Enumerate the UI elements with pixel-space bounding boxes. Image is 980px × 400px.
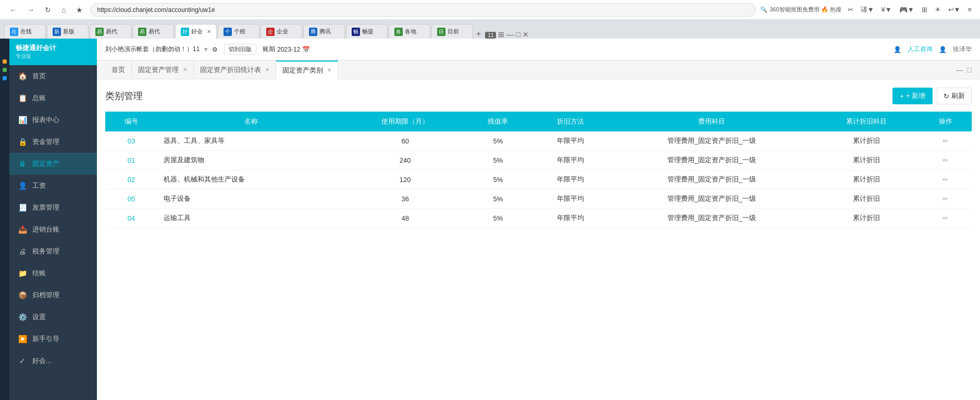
table-header-row: 编号 名称 使用期限（月） 残值率 折旧方法 费用科目 累计折旧科目 操作	[105, 112, 972, 131]
bookmark-button[interactable]: ★	[73, 5, 86, 15]
sidebar-item-checkout[interactable]: 📁 结账	[9, 262, 97, 284]
address-input[interactable]	[90, 3, 756, 17]
guide-icon: ▶️	[18, 335, 27, 343]
switch-version-button[interactable]: 切到旧版	[224, 44, 256, 55]
sidebar-item-more[interactable]: ✓ 好会...	[9, 350, 97, 372]
cell-residual-3: 5%	[465, 189, 531, 209]
col-header-action: 操作	[920, 112, 972, 131]
minimize-icon[interactable]: —	[506, 30, 514, 39]
scissors-icon[interactable]: ✂	[846, 5, 855, 15]
sidebar-item-ledger[interactable]: 📋 总账	[9, 87, 97, 109]
cell-action-1[interactable]: ✏	[920, 151, 972, 170]
edit-icon-2[interactable]: ✏	[942, 176, 948, 184]
menu-icon[interactable]: ≡	[965, 5, 974, 15]
tab-icon-new: 新	[53, 28, 61, 36]
window-minimize-button[interactable]: —	[956, 66, 963, 74]
currency-icon[interactable]: ¥▼	[879, 5, 894, 15]
back-button[interactable]: ←	[6, 5, 20, 15]
sidebar-item-archive[interactable]: 📦 归档管理	[9, 284, 97, 306]
edge-dot-1[interactable]	[3, 59, 7, 64]
undo-icon[interactable]: ↩▼	[946, 5, 963, 15]
sidebar-item-report[interactable]: 📊 报表中心	[9, 109, 97, 131]
maximize-icon[interactable]: □	[516, 30, 520, 39]
sidebar-item-settings[interactable]: ⚙️ 设置	[9, 306, 97, 328]
tab-label-gedi: 各地	[405, 28, 416, 35]
edit-icon-4[interactable]: ✏	[942, 214, 948, 222]
browser-tab-qiye[interactable]: 企 企业	[260, 24, 302, 39]
home-button[interactable]: ⌂	[58, 5, 69, 15]
edit-icon-0[interactable]: ✏	[942, 137, 948, 145]
browser-tab-gedi[interactable]: 各 各地	[389, 24, 430, 39]
consultant-label[interactable]: 人工咨询	[908, 45, 933, 54]
sidebar-label-wage: 工资	[32, 181, 46, 190]
browser-tab-yidai2[interactable]: 易 易代	[132, 24, 174, 39]
cell-action-3[interactable]: ✏	[920, 189, 972, 209]
cell-code-1[interactable]: 01	[105, 151, 157, 170]
page-tab-fixed-depr-close[interactable]: ✕	[265, 67, 269, 72]
browser-tab-online[interactable]: 在 在线	[4, 24, 46, 39]
browser-tab-new[interactable]: 新 新版	[47, 24, 89, 39]
col-header-expense: 费用科目	[610, 112, 813, 131]
refresh-button[interactable]: ↻	[42, 5, 54, 15]
browser-chrome: 在 在线 新 新版 易 易代 易 易代 好 好会 ✕ 个 个税 企 企业 腾	[0, 20, 980, 39]
tab-close-haohuiji[interactable]: ✕	[207, 29, 211, 34]
calendar-icon: 📅	[302, 46, 310, 53]
cell-method-0: 年限平均	[531, 131, 610, 151]
search-placeholder: 360智能抠图免费用 🔥 热搜	[770, 6, 841, 14]
translate-icon[interactable]: 译▼	[859, 4, 876, 16]
col-header-method: 折旧方法	[531, 112, 610, 131]
cell-code-4[interactable]: 04	[105, 209, 157, 228]
cell-expense-2: 管理费用_固定资产折旧_一级	[610, 170, 813, 189]
browser-tab-yidai1[interactable]: 易 易代	[90, 24, 131, 39]
period-value: 2023-12	[277, 46, 300, 53]
window-close-icon[interactable]: ✕	[523, 30, 529, 39]
forward-button[interactable]: →	[24, 5, 38, 15]
add-category-button[interactable]: + + 新增	[892, 88, 933, 104]
grid-icon[interactable]: ⊞	[920, 5, 929, 15]
tab-label-haohuiji: 好会	[191, 28, 203, 35]
cell-code-2[interactable]: 02	[105, 170, 157, 189]
browser-tab-tengxun[interactable]: 腾 腾讯	[303, 24, 345, 39]
browser-tab-geshuii[interactable]: 个 个税	[218, 24, 259, 39]
sidebar-item-fund[interactable]: 🔒 资金管理	[9, 131, 97, 153]
cell-action-4[interactable]: ✏	[920, 209, 972, 228]
edit-icon-3[interactable]: ✏	[942, 195, 948, 203]
cell-action-2[interactable]: ✏	[920, 170, 972, 189]
page-tab-fixed-mgmt[interactable]: 固定资产管理 ✕	[132, 60, 194, 79]
browser-tab-haohuiji[interactable]: 好 好会 ✕	[175, 24, 217, 39]
cell-method-2: 年限平均	[531, 170, 610, 189]
sidebar-item-fixed[interactable]: 🖥 固定资产	[9, 153, 97, 175]
cell-code-3[interactable]: 05	[105, 189, 157, 209]
browser-tab-changtai[interactable]: 畅 畅提	[346, 24, 388, 39]
sidebar-item-invoice[interactable]: 🧾 发票管理	[9, 197, 97, 219]
tab-list-icon[interactable]: ⊞	[498, 30, 504, 39]
page-tab-home[interactable]: 首页	[105, 60, 132, 79]
sidebar-item-tax[interactable]: 🖨 税务管理	[9, 240, 97, 262]
sidebar-logo-sub: 专业版	[16, 53, 56, 60]
invoice-icon: 🧾	[18, 203, 27, 212]
sidebar-item-guide[interactable]: ▶️ 新手引导	[9, 328, 97, 350]
game-icon[interactable]: 🎮▼	[897, 5, 916, 15]
window-maximize-button[interactable]: □	[967, 66, 972, 74]
page-actions: + + 新增 ↻ 刷新	[892, 88, 972, 104]
edge-dot-2[interactable]	[3, 68, 7, 72]
cell-accum-4: 累计折旧	[813, 209, 920, 228]
page-tab-fixed-mgmt-close[interactable]: ✕	[183, 67, 187, 72]
cell-accum-2: 累计折旧	[813, 170, 920, 189]
sidebar-label-inout: 进销台账	[32, 225, 59, 234]
add-tab-button[interactable]: +	[474, 29, 483, 39]
cell-code-0[interactable]: 03	[105, 131, 157, 151]
refresh-button[interactable]: ↻ 刷新	[937, 88, 972, 104]
browser-tab-muqian[interactable]: 目 目前	[431, 24, 473, 39]
page-tab-fixed-depr[interactable]: 固定资产折旧统计表 ✕	[194, 60, 276, 79]
brightness-icon[interactable]: ☀	[933, 5, 943, 15]
cell-action-0[interactable]: ✏	[920, 131, 972, 151]
tab-label-changtai: 畅提	[362, 28, 374, 35]
page-tab-fixed-cat-close[interactable]: ✕	[327, 67, 331, 73]
edge-dot-3[interactable]	[3, 76, 7, 80]
page-tab-fixed-cat[interactable]: 固定资产类别 ✕	[276, 60, 338, 79]
edit-icon-1[interactable]: ✏	[942, 156, 948, 164]
sidebar-item-home[interactable]: 🏠 首页	[9, 65, 97, 87]
sidebar-item-inout[interactable]: 📥 进销台账	[9, 219, 97, 240]
sidebar-item-wage[interactable]: 👤 工资	[9, 175, 97, 197]
